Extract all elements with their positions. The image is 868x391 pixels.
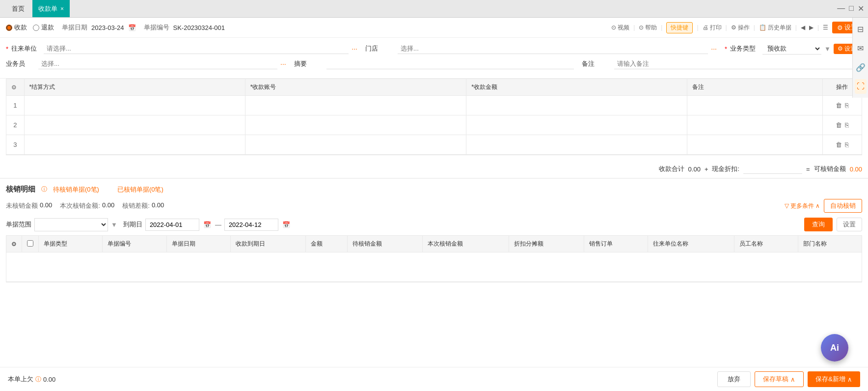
copy-icon-2[interactable]: ⎘ <box>845 121 849 129</box>
amount-cell-1[interactable] <box>466 96 687 115</box>
range-field: 单据范围 ▼ <box>6 218 117 231</box>
counterparty-more-btn[interactable]: ··· <box>352 45 357 53</box>
col-account-header: *收款账号 <box>245 79 466 96</box>
business-type-select[interactable]: 预收款 <box>762 43 821 55</box>
auto-writeoff-btn[interactable]: 自动核销 <box>824 199 862 213</box>
col-amount-header: *收款金额 <box>466 79 687 96</box>
method-cell-1[interactable] <box>24 96 245 115</box>
amount-cell-2[interactable] <box>466 115 687 135</box>
remark-cell-2[interactable] <box>687 115 822 135</box>
counterparty-input[interactable] <box>44 43 349 54</box>
print-btn[interactable]: 🖨 打印 <box>703 24 722 32</box>
account-cell-3[interactable] <box>245 135 466 155</box>
sidebar-link-icon[interactable]: 🔗 <box>854 60 868 75</box>
delete-icon-1[interactable]: 🗑 <box>836 102 842 109</box>
tab-active[interactable]: 收款单 × <box>32 0 70 17</box>
list-view-btn[interactable]: ☰ <box>823 24 828 31</box>
writeoff-settings-icon[interactable]: ⚙ <box>11 241 17 248</box>
summary-input[interactable] <box>326 58 574 69</box>
sidebar-expand-icon[interactable]: ⛶ <box>855 79 867 94</box>
amount-cell-3[interactable] <box>466 135 687 155</box>
due-date-to-input[interactable] <box>224 219 278 231</box>
method-cell-2[interactable] <box>24 115 245 135</box>
nav-prev-btn[interactable]: ◀ <box>801 24 805 31</box>
radio-receipt-input[interactable] <box>6 25 12 31</box>
select-all-checkbox[interactable] <box>27 240 33 247</box>
delete-icon-3[interactable]: 🗑 <box>836 141 842 148</box>
available-label: 可核销金额 <box>814 165 846 173</box>
staff-input[interactable] <box>38 58 277 69</box>
pending-tab[interactable]: 待核销单据(0笔) <box>53 185 99 194</box>
from-calendar-icon[interactable]: 📅 <box>202 220 212 229</box>
store-input[interactable] <box>398 43 708 54</box>
window-close-btn[interactable]: ✕ <box>858 4 864 13</box>
radio-receipt-label: 收款 <box>14 23 27 32</box>
remarks-field: 备注 <box>582 58 862 69</box>
range-select[interactable] <box>34 218 108 231</box>
filter-right: ▽ 更多条件 ∧ 自动核销 <box>785 199 862 213</box>
video-btn[interactable]: ⊙ 视频 <box>611 24 629 32</box>
writeoff-checkbox-col[interactable] <box>22 236 39 252</box>
history-label: 历史单据 <box>768 24 791 32</box>
row-num-3: 3 <box>6 135 24 155</box>
store-more-btn[interactable]: ··· <box>711 45 717 53</box>
video-icon: ⊙ <box>611 24 616 31</box>
empty-cell <box>6 252 862 282</box>
help-btn[interactable]: ⊙ 帮助 <box>639 24 657 32</box>
writeoff-info-icon[interactable]: ⓘ <box>41 185 47 194</box>
window-min-btn[interactable]: — <box>837 4 845 13</box>
table-row: 3 🗑 ⎘ <box>6 135 862 155</box>
radio-refund-input[interactable] <box>33 25 39 31</box>
copy-icon-3[interactable]: ⎘ <box>845 141 849 148</box>
window-max-btn[interactable]: □ <box>849 4 854 13</box>
remark-cell-3[interactable] <box>687 135 822 155</box>
sidebar-mail-icon[interactable]: ✉ <box>855 41 866 56</box>
tab-home[interactable]: 首页 <box>4 0 32 17</box>
radio-receipt[interactable]: 收款 <box>6 23 27 32</box>
sidebar-table-icon[interactable]: ⊟ <box>855 22 866 37</box>
date-range-separator: — <box>215 221 221 228</box>
method-cell-3[interactable] <box>24 135 245 155</box>
settings-col-header[interactable]: ⚙ <box>6 79 24 96</box>
remark-cell-1[interactable] <box>687 96 822 115</box>
operation-btn[interactable]: ⚙ 操作 <box>731 24 750 32</box>
staff-more-btn[interactable]: ··· <box>280 60 286 68</box>
remarks-input[interactable] <box>614 58 862 69</box>
abandon-btn[interactable]: 放弃 <box>717 371 751 387</box>
ai-assistant-btn[interactable]: Ai <box>821 334 848 362</box>
save-draft-btn[interactable]: 保存草稿 ∧ <box>755 371 804 387</box>
empty-row <box>6 252 862 282</box>
total-label: 收款合计 <box>659 165 684 173</box>
table-settings-icon[interactable]: ⚙ <box>11 84 17 91</box>
video-label: 视频 <box>618 24 629 32</box>
to-calendar-icon[interactable]: 📅 <box>281 220 291 229</box>
plus-sign: + <box>705 166 708 173</box>
writeoff-section: 核销明细 ⓘ 待核销单据(0笔) 已核销单据(0笔) 未核销金额 0.00 本次… <box>0 178 868 288</box>
available-value: 0.00 <box>850 166 862 173</box>
nav-next-btn[interactable]: ▶ <box>809 24 814 31</box>
query-btn[interactable]: 查询 <box>804 218 833 231</box>
shortcut-btn[interactable]: 快捷键 <box>666 22 693 33</box>
copy-icon-1[interactable]: ⎘ <box>845 102 849 109</box>
account-cell-2[interactable] <box>245 115 466 135</box>
business-required: * <box>725 45 727 53</box>
tab-close-btn[interactable]: × <box>60 5 64 12</box>
form-row-2: 业务员 ··· 摘要 备注 <box>6 58 862 69</box>
window-controls: — □ ✕ <box>837 4 864 13</box>
more-conditions-btn[interactable]: ▽ 更多条件 ∧ <box>785 202 820 210</box>
date-calendar-icon[interactable]: 📅 <box>128 24 136 31</box>
footer-info-icon[interactable]: ⓘ <box>35 375 41 384</box>
radio-refund[interactable]: 退款 <box>33 23 54 32</box>
diff-value: 0.00 <box>152 201 164 210</box>
done-tab[interactable]: 已核销单据(0笔) <box>117 185 163 194</box>
col-dept: 部门名称 <box>798 236 862 252</box>
account-cell-1[interactable] <box>245 96 466 115</box>
writeoff-settings-col[interactable]: ⚙ <box>6 236 22 252</box>
discount-input[interactable] <box>743 164 802 174</box>
settings-small-btn[interactable]: 设置 <box>837 218 862 231</box>
save-new-btn[interactable]: 保存&新增 ∧ <box>808 371 860 387</box>
history-btn[interactable]: 📋 历史单据 <box>759 24 791 32</box>
delete-icon-2[interactable]: 🗑 <box>836 121 842 129</box>
current-label: 本次核销金额: <box>60 201 100 210</box>
due-date-from-input[interactable] <box>145 219 199 231</box>
